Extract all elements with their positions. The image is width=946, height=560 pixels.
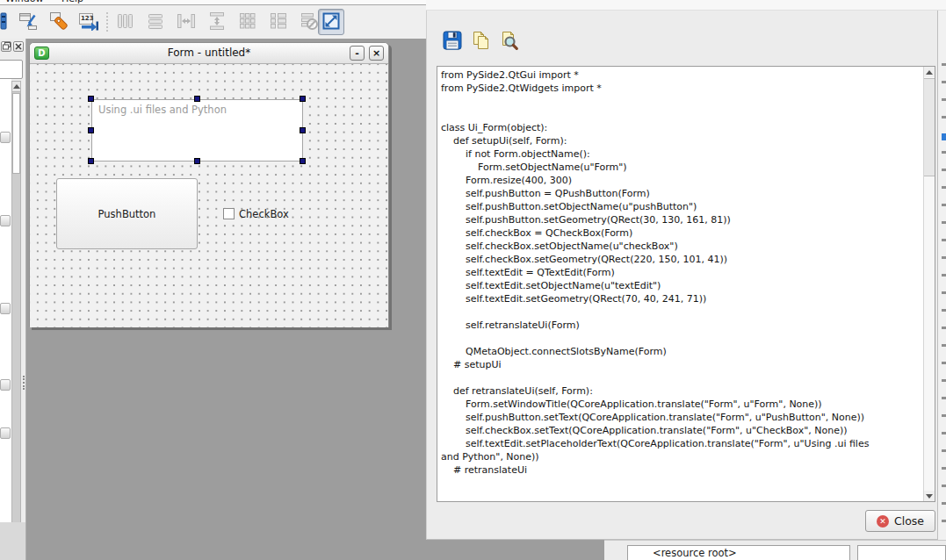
panel-close-button[interactable] (13, 41, 24, 52)
main-toolbar: 123 (0, 6, 426, 39)
code-preview-dialog: from PySide2.QtGui import * from PySide2… (426, 11, 937, 540)
layout-vertical-splitter-icon (207, 11, 227, 33)
widget-filter-input[interactable] (0, 60, 23, 79)
close-icon: ✕ (877, 515, 889, 528)
selection-handle-middle-right[interactable] (300, 127, 306, 133)
checkbox-indicator[interactable] (223, 208, 235, 219)
selection-handle-bottom-right[interactable] (300, 158, 306, 164)
panel-restore-button[interactable] (1, 41, 11, 52)
form-window-title: Form - untitled* (30, 47, 388, 59)
selection-handle-top-middle[interactable] (194, 96, 200, 102)
edit-tab-order-button[interactable]: 123 (76, 9, 102, 35)
scroll-up-button[interactable] (12, 82, 20, 92)
layout-grid-button[interactable] (235, 9, 261, 35)
svg-text:123: 123 (81, 15, 94, 22)
save-icon (442, 30, 463, 54)
layout-vertical-button[interactable] (142, 9, 169, 35)
widget-box-scrollbar[interactable] (11, 81, 21, 556)
scrollbar-thumb[interactable] (924, 78, 935, 176)
close-button-label: Close (894, 514, 924, 528)
widget-category-header[interactable] (0, 132, 11, 143)
right-panel-sliver (937, 11, 946, 560)
edit-signals-slots-button[interactable] (15, 9, 41, 35)
pushbutton-widget[interactable]: PushButton (56, 178, 198, 249)
close-icon (15, 40, 22, 53)
menu-help[interactable]: Help (61, 0, 83, 4)
code-scrollbar[interactable] (923, 67, 935, 501)
edit-widgets-button[interactable] (0, 9, 11, 35)
layout-vertical-splitter-button[interactable] (204, 9, 230, 35)
checkbox-label: CheckBox (239, 208, 289, 220)
widget-category-header[interactable] (0, 379, 11, 391)
panel-splitter-handle[interactable] (23, 376, 25, 390)
layout-horizontal-splitter-button[interactable] (173, 9, 199, 35)
edit-buddies-button[interactable] (46, 9, 72, 35)
widget-category-header[interactable] (0, 303, 11, 314)
selection-handle-bottom-left[interactable] (88, 158, 94, 164)
scrollbar-thumb[interactable] (12, 93, 20, 174)
qt-designer-screen: Window Help (0, 0, 946, 560)
selection-handle-top-left[interactable] (88, 96, 94, 102)
pushbutton-label: PushButton (98, 208, 156, 220)
minimize-button[interactable]: - (350, 46, 365, 61)
save-code-button[interactable] (441, 30, 464, 53)
code-view: from PySide2.QtGui import * from PySide2… (437, 66, 935, 502)
scroll-up-button[interactable] (924, 67, 935, 77)
menu-window[interactable]: Window (5, 0, 43, 4)
selection-handle-top-right[interactable] (300, 96, 306, 102)
form-editor-window: D Form - untitled* - × Using .ui files a… (29, 42, 389, 327)
adjust-size-button[interactable] (318, 9, 344, 35)
restore-icon (3, 40, 11, 53)
edit-tab-order-icon: 123 (79, 11, 98, 33)
widget-category-header[interactable] (0, 215, 11, 226)
copy-icon (470, 30, 491, 54)
resource-root-label: <resource root> (653, 547, 737, 559)
find-preview-icon (498, 30, 519, 54)
break-layout-icon (300, 11, 319, 33)
form-window-titlebar[interactable]: D Form - untitled* - × (30, 43, 388, 64)
form-canvas[interactable]: Using .ui files and Python PushButton Ch… (30, 64, 388, 327)
menu-bar: Window Help (0, 0, 426, 5)
widget-box-footer (0, 522, 25, 560)
generated-python-code: from PySide2.QtGui import * from PySide2… (437, 67, 923, 501)
resource-root-item[interactable]: <resource root> (627, 545, 850, 560)
arrow-down-icon (926, 494, 933, 499)
layout-horizontal-button[interactable] (112, 9, 138, 35)
widget-box-panel (0, 39, 26, 560)
copy-code-button[interactable] (469, 30, 492, 53)
edit-buddies-icon (49, 11, 69, 33)
close-dialog-button[interactable]: ✕ Close (865, 510, 935, 532)
layout-vertical-icon (146, 11, 165, 33)
scroll-down-button[interactable] (924, 491, 935, 501)
find-in-code-button[interactable] (497, 30, 520, 53)
checkbox-widget[interactable]: CheckBox (223, 196, 312, 232)
toolbar-separator (106, 12, 108, 32)
layout-grid-icon (238, 11, 257, 33)
selection-handle-middle-left[interactable] (88, 127, 94, 133)
resource-browser-panel: <resource root> (604, 540, 946, 560)
close-button[interactable]: × (369, 46, 384, 61)
layout-horizontal-icon (115, 11, 134, 33)
edit-signals-slots-icon (18, 11, 38, 33)
arrow-up-icon (13, 84, 20, 89)
edit-widgets-icon (0, 11, 8, 33)
layout-form-icon (269, 11, 288, 33)
widget-category-header[interactable] (0, 427, 11, 439)
textedit-widget[interactable]: Using .ui files and Python (91, 99, 303, 162)
arrow-up-icon (926, 70, 933, 75)
layout-horizontal-splitter-icon (177, 11, 196, 33)
layout-form-button[interactable] (265, 9, 292, 35)
dialog-titlebar-sliver (426, 0, 946, 11)
selection-handle-bottom-middle[interactable] (194, 158, 200, 164)
adjust-size-icon (321, 11, 341, 33)
widget-box-list[interactable] (0, 79, 11, 522)
resource-detail-pane[interactable] (857, 545, 946, 560)
textedit-placeholder: Using .ui files and Python (92, 100, 302, 119)
